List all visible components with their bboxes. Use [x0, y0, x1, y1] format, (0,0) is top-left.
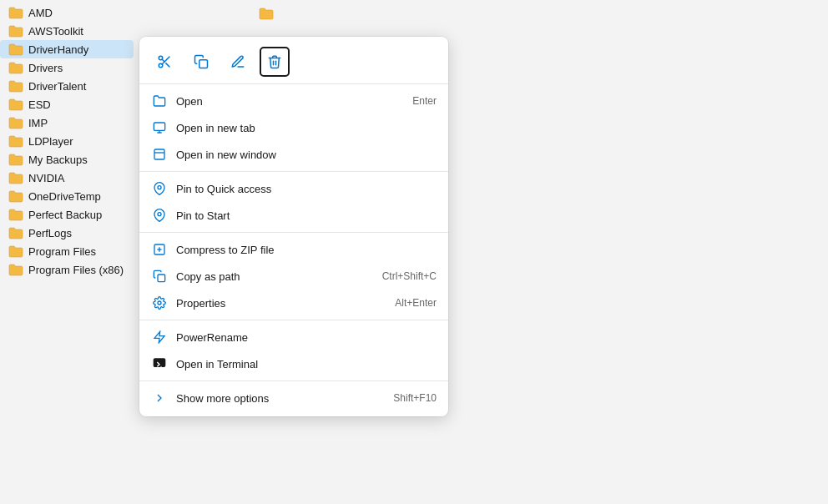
- folder-icon: [8, 171, 23, 184]
- folder-icon: [8, 226, 23, 239]
- open-terminal-icon: [151, 355, 168, 372]
- sidebar-item-driverhandy[interactable]: DriverHandy: [0, 40, 134, 58]
- sidebar-item-label: PerfLogs: [28, 227, 72, 239]
- sidebar-item-label: ESD: [28, 98, 51, 111]
- menu-item-label-copy-path: Copy as path: [176, 270, 374, 283]
- menu-item-shortcut-show-more: Shift+F10: [393, 392, 437, 404]
- folder-icon: [8, 79, 23, 93]
- sidebar-item-label: IMP: [28, 117, 48, 129]
- folder-icon-users: [259, 7, 274, 20]
- sidebar-item-perflogs[interactable]: PerfLogs: [0, 224, 134, 242]
- open-new-tab-icon: [151, 119, 168, 136]
- sidebar-item-label: AWSToolkit: [28, 25, 83, 38]
- menu-item-label-open-new-window: Open in new window: [176, 149, 437, 161]
- sidebar-item-label: DriverHandy: [28, 43, 88, 56]
- menu-item-open-new-tab[interactable]: Open in new tab: [139, 114, 448, 141]
- menu-item-properties[interactable]: PropertiesAlt+Enter: [139, 290, 448, 316]
- svg-rect-6: [154, 123, 164, 130]
- sidebar-item-imp[interactable]: IMP: [0, 113, 134, 132]
- folder-icon: [8, 24, 23, 38]
- sidebar-item-programfiles[interactable]: Program Files: [0, 242, 134, 260]
- separator1: [139, 171, 448, 172]
- menu-item-open-new-window[interactable]: Open in new window: [139, 141, 448, 168]
- menu-item-label-power-rename: PowerRename: [176, 331, 437, 344]
- folder-icon: [8, 244, 23, 258]
- sidebar-item-esd[interactable]: ESD: [0, 95, 134, 113]
- power-rename-icon: [151, 329, 168, 345]
- copy-icon-button[interactable]: [186, 47, 216, 77]
- sidebar-item-label: NVIDIA: [28, 172, 64, 184]
- folder-icon: [8, 116, 23, 129]
- context-menu-iconbar: [139, 42, 448, 84]
- sidebar-item-drivertalent[interactable]: DriverTalent: [0, 77, 134, 95]
- sidebar-item-label: Drivers: [28, 62, 63, 74]
- menu-item-label-open-terminal: Open in Terminal: [176, 358, 437, 370]
- delete-icon-button[interactable]: [260, 47, 290, 77]
- sidebar-item-mybackups[interactable]: My Backups: [0, 150, 134, 169]
- sidebar-item-label: Program Files (x86): [28, 264, 124, 276]
- sidebar-item-onedrivetemp[interactable]: OneDriveTemp: [0, 187, 134, 205]
- folder-icon: [8, 43, 23, 56]
- menu-item-label-properties: Properties: [176, 297, 386, 310]
- svg-rect-7: [154, 149, 164, 159]
- rename-icon-button[interactable]: [223, 47, 253, 77]
- menu-item-pin-start[interactable]: Pin to Start: [139, 202, 448, 229]
- sidebar-item-nvidia[interactable]: NVIDIA: [0, 169, 134, 187]
- sidebar-item-label: Program Files: [28, 245, 96, 258]
- svg-marker-15: [154, 331, 164, 342]
- pin-start-icon: [151, 207, 168, 224]
- sidebar-item-perfectbackup[interactable]: Perfect Backup: [0, 205, 134, 224]
- menu-item-open[interactable]: OpenEnter: [139, 88, 448, 114]
- folder-icon: [8, 263, 23, 276]
- menu-item-compress-zip[interactable]: Compress to ZIP file: [139, 236, 448, 263]
- compress-zip-icon: [151, 241, 168, 258]
- sidebar-item-amd[interactable]: AMD: [0, 3, 134, 22]
- menu-item-pin-quick-access[interactable]: Pin to Quick access: [139, 175, 448, 202]
- menu-item-label-open: Open: [176, 95, 404, 108]
- menu-item-open-terminal[interactable]: Open in Terminal: [139, 350, 448, 377]
- svg-point-14: [158, 301, 161, 305]
- sidebar-item-label: LDPlayer: [28, 135, 73, 148]
- folder-icon: [8, 134, 23, 148]
- sidebar: AMD AWSToolkit DriverHandy Drivers Drive…: [0, 0, 134, 504]
- menu-item-shortcut-open: Enter: [412, 95, 437, 107]
- menu-item-shortcut-copy-path: Ctrl+Shift+C: [382, 270, 437, 282]
- svg-rect-5: [199, 60, 208, 68]
- separator4: [139, 381, 448, 381]
- menu-item-shortcut-properties: Alt+Enter: [395, 297, 437, 309]
- show-more-icon: [151, 390, 168, 406]
- menu-item-label-pin-start: Pin to Start: [176, 209, 437, 222]
- folder-icon: [8, 61, 23, 74]
- top-right-folder: [259, 7, 279, 20]
- sidebar-item-label: DriverTalent: [28, 80, 86, 93]
- sidebar-item-awstoolkit[interactable]: AWSToolkit: [0, 22, 134, 40]
- open-icon: [151, 93, 168, 109]
- separator2: [139, 232, 448, 233]
- sidebar-item-label: Perfect Backup: [28, 209, 102, 221]
- sidebar-item-drivers[interactable]: Drivers: [0, 58, 134, 77]
- folder-icon: [8, 189, 23, 203]
- svg-rect-13: [158, 275, 165, 282]
- folder-icon: [8, 6, 23, 19]
- folder-icon: [8, 208, 23, 221]
- menu-item-show-more[interactable]: Show more optionsShift+F10: [139, 385, 448, 411]
- separator3: [139, 320, 448, 320]
- copy-path-icon: [151, 268, 168, 285]
- svg-rect-16: [154, 359, 164, 366]
- sidebar-item-label: AMD: [28, 7, 53, 19]
- sidebar-item-programfiles(x86)[interactable]: Program Files (x86): [0, 260, 134, 279]
- pin-quick-access-icon: [151, 180, 168, 197]
- folder-icon: [8, 98, 23, 111]
- menu-item-power-rename[interactable]: PowerRename: [139, 324, 448, 350]
- cut-icon-button[interactable]: [149, 47, 179, 77]
- menu-item-copy-path[interactable]: Copy as pathCtrl+Shift+C: [139, 263, 448, 290]
- sidebar-item-label: OneDriveTemp: [28, 190, 101, 203]
- svg-line-3: [166, 63, 169, 67]
- svg-point-8: [158, 186, 161, 189]
- open-new-window-icon: [151, 146, 168, 163]
- context-menu: OpenEnterOpen in new tabOpen in new wind…: [139, 37, 448, 416]
- svg-line-4: [162, 59, 164, 62]
- sidebar-item-ldplayer[interactable]: LDPlayer: [0, 132, 134, 150]
- menu-item-label-pin-quick-access: Pin to Quick access: [176, 183, 437, 195]
- menu-item-label-open-new-tab: Open in new tab: [176, 122, 437, 134]
